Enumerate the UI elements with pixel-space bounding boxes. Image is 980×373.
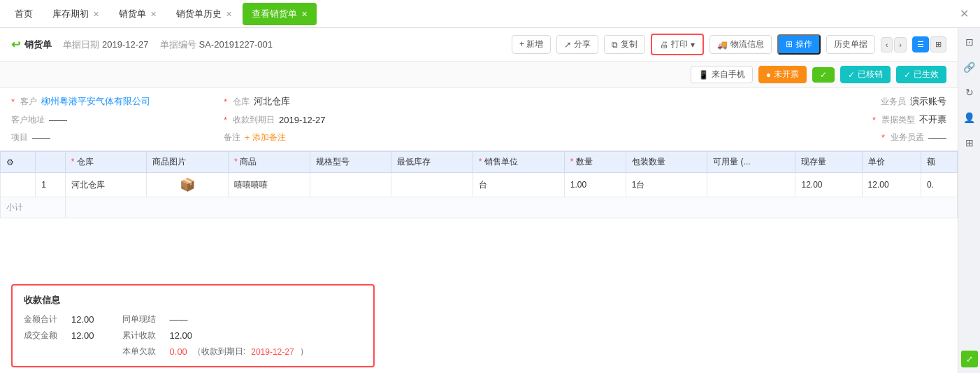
col-product-img: 商品图片: [147, 152, 229, 173]
bottom-section: 收款信息 金额合计 12.00 成交金额 12.00: [0, 279, 958, 373]
total-row: 金额合计 12.00: [24, 314, 94, 325]
col-no: [36, 152, 65, 173]
settlement-row: 同单现结 ——: [122, 314, 308, 325]
tab-view-sales[interactable]: 查看销货单 ✕: [243, 3, 317, 25]
warehouse-label: 仓库: [233, 96, 250, 108]
row-amount: 0.: [921, 173, 957, 197]
sidebar-icon-2[interactable]: 🔗: [960, 59, 978, 76]
grid-view-button[interactable]: ⊞: [930, 36, 946, 52]
effective-button[interactable]: ✓ 已生效: [896, 66, 946, 83]
col-amount: 额: [921, 152, 957, 173]
payment-col-right: 同单现结 —— 累计收款 12.00 本单欠款 0.00 （收款到期日:: [122, 314, 308, 358]
row-min-stock: [391, 173, 473, 197]
from-phone-button[interactable]: 📱 来自手机: [691, 66, 753, 83]
tab-home-label: 首页: [15, 8, 33, 20]
col-qty: 数量: [564, 152, 626, 173]
tab-home[interactable]: 首页: [6, 3, 42, 25]
customer-label: 客户: [20, 96, 37, 108]
project-value: ——: [32, 132, 50, 143]
tab-sales-close[interactable]: ✕: [150, 10, 157, 19]
sold-label: 已核销: [858, 69, 883, 80]
ticket-label: 票据类型: [881, 114, 915, 126]
sold-button[interactable]: ✓ 已核销: [840, 66, 891, 83]
ticket-required: *: [872, 115, 876, 125]
view-toggle: ☰ ⊞: [912, 36, 946, 52]
tab-inventory-close[interactable]: ✕: [93, 10, 99, 19]
print-label: 打印: [671, 38, 688, 50]
customer-value[interactable]: 柳州粤港平安气体有限公司: [41, 95, 150, 108]
print-button[interactable]: 🖨 打印 ▾: [653, 36, 702, 53]
prev-button[interactable]: ‹: [881, 37, 893, 52]
new-button[interactable]: + 新增: [512, 35, 551, 54]
table-row: 1 河北仓库 📦 嘻嘻嘻嘻 台 1.00 1台: [1, 173, 958, 197]
row-pack-qty: 1台: [626, 173, 707, 197]
not-opened-button[interactable]: ● 未开票: [758, 66, 807, 83]
copy-icon: ⧉: [612, 40, 618, 50]
history-button[interactable]: 历史单据: [826, 35, 875, 54]
effective-label: 已生效: [914, 69, 939, 80]
row-product-img: 📦: [147, 173, 229, 197]
payment-info: 收款信息 金额合计 12.00 成交金额 12.00: [11, 284, 375, 367]
due-date-field: * 收款到期日 2019-12-27: [224, 114, 419, 126]
tab-sales-history-close[interactable]: ✕: [226, 10, 232, 19]
sidebar-icon-1[interactable]: ⊡: [963, 34, 977, 50]
tab-sales-history[interactable]: 销货单历史 ✕: [167, 3, 241, 25]
subtotal-data: [65, 197, 957, 218]
row-price: 12.00: [862, 173, 921, 197]
row-warehouse: 河北仓库: [65, 173, 147, 197]
cumulative-row: 累计收款 12.00: [122, 330, 308, 342]
col-settings[interactable]: ⚙: [1, 152, 36, 173]
col-min-stock: 最低库存: [391, 152, 473, 173]
staff-field: 业务员 演示账号: [881, 95, 946, 108]
tab-inventory-label: 库存期初: [52, 8, 89, 20]
arrears-row: 本单欠款 0.00 （收款到期日: 2019-12-27 ）: [122, 346, 308, 358]
note-field: 备注 + 添加备注: [224, 132, 419, 143]
subtotal-label: 小计: [1, 197, 66, 218]
cumulative-label: 累计收款: [122, 330, 164, 342]
row-current: 12.00: [795, 173, 862, 197]
project-label: 项目: [11, 132, 28, 143]
doc-title: ↩ 销货单: [11, 38, 52, 51]
row-model: [310, 173, 391, 197]
warehouse-required: *: [224, 97, 227, 107]
row-unit: 台: [473, 173, 564, 197]
form-section: * 客户 柳州粤港平安气体有限公司 * 仓库 河北仓库 业务员 演示账号: [0, 88, 958, 151]
settlement-label: 同单现结: [122, 314, 164, 325]
share-button[interactable]: ↗ 分享: [556, 35, 598, 54]
col-product: 商品: [228, 152, 310, 173]
row-settings: [1, 173, 36, 197]
doc-no-value: SA-20191227-001: [199, 39, 273, 50]
col-price: 单价: [862, 152, 921, 173]
not-opened-label: 未开票: [774, 69, 799, 80]
ops-button[interactable]: ⊞ 操作: [777, 34, 820, 55]
copy-button[interactable]: ⧉ 复制: [604, 35, 645, 54]
add-note-label: 添加备注: [252, 132, 286, 143]
due-date-label: 收款到期日: [233, 114, 275, 126]
sidebar-icon-4[interactable]: 👤: [960, 109, 978, 126]
doc-title-text: 销货单: [24, 38, 52, 51]
salesperson-field: * 业务员孟 ——: [881, 132, 946, 143]
project-field: 项目 ——: [11, 132, 207, 143]
col-warehouse: 仓库: [65, 152, 147, 173]
history-label: 历史单据: [834, 38, 867, 50]
warehouse-field: * 仓库 河北仓库: [224, 95, 419, 108]
sidebar-expand-icon[interactable]: ⤢: [961, 351, 978, 367]
tab-sales-history-label: 销货单历史: [176, 8, 222, 20]
tab-view-sales-label: 查看销货单: [252, 8, 297, 20]
window-close-button[interactable]: ✕: [954, 4, 974, 23]
col-unit: 销售单位: [473, 152, 564, 173]
add-note-button[interactable]: + 添加备注: [245, 132, 286, 143]
next-button[interactable]: ›: [894, 37, 907, 52]
tab-sales[interactable]: 销货单 ✕: [110, 3, 166, 25]
staff-value: 演示账号: [910, 95, 946, 108]
sidebar-icon-5[interactable]: ⊞: [963, 134, 977, 151]
tab-inventory[interactable]: 库存期初 ✕: [43, 3, 108, 25]
nav-arrows: ‹ ›: [881, 37, 907, 52]
confirm-button[interactable]: ✓: [812, 67, 835, 83]
subtotal-row: 小计: [1, 197, 958, 218]
sidebar-icon-3[interactable]: ↻: [963, 84, 977, 101]
tab-view-sales-close[interactable]: ✕: [301, 10, 308, 19]
logistics-label: 物流信息: [730, 38, 764, 50]
logistics-button[interactable]: 🚚 物流信息: [709, 35, 772, 54]
list-view-button[interactable]: ☰: [912, 36, 929, 52]
